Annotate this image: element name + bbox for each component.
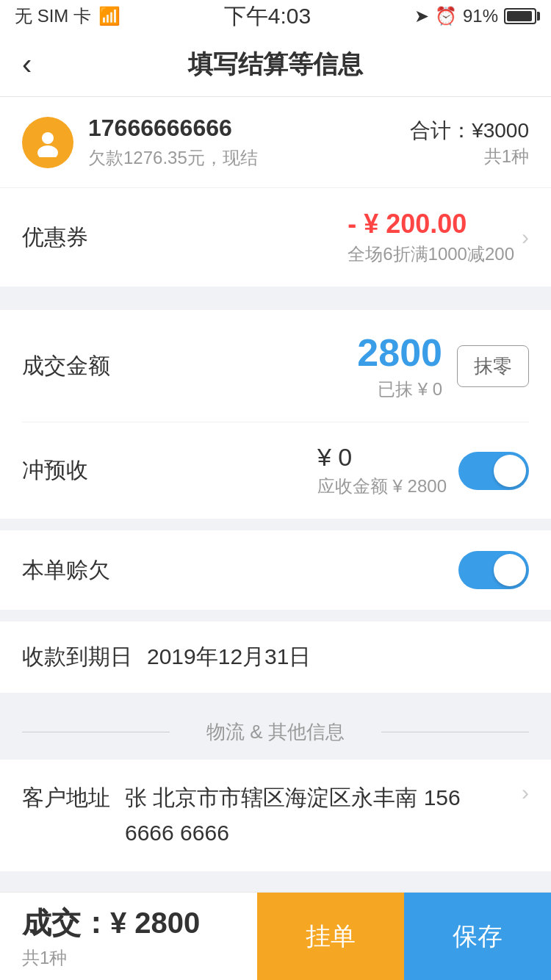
save-button[interactable]: 保存 <box>404 893 551 980</box>
total-count: 共1种 <box>410 145 529 168</box>
address-section[interactable]: 客户地址 张 北京市市辖区海淀区永丰南 156 6666 6666 › <box>0 760 551 871</box>
page-title: 填写结算等信息 <box>188 48 363 82</box>
customer-debt: 欠款1276.35元，现结 <box>88 146 258 170</box>
svg-point-1 <box>37 145 58 157</box>
total-label: 合计：¥3000 <box>410 117 529 145</box>
credit-toggle[interactable] <box>458 551 529 589</box>
divider-line-right <box>381 732 529 732</box>
address-chevron-icon: › <box>522 780 529 805</box>
prepayment-row: 冲预收 ¥ 0 应收金额 ¥ 2800 <box>22 422 529 519</box>
customer-left: 17666666666 欠款1276.35元，现结 <box>22 115 258 170</box>
amount-value: 2800 <box>357 331 442 375</box>
customer-phone: 17666666666 <box>88 115 258 142</box>
round-down-button[interactable]: 抹零 <box>457 345 529 387</box>
amount-row: 成交金额 2800 已抹 ¥ 0 抹零 <box>22 310 529 422</box>
customer-total: 合计：¥3000 共1种 <box>410 117 529 168</box>
bottom-bar: 成交：¥ 2800 共1种 挂单 保存 <box>0 892 551 980</box>
duedate-section: 收款到期日 2019年12月31日 <box>0 621 551 693</box>
bottom-summary-amount: ¥ 2800 <box>110 907 200 939</box>
customer-details: 17666666666 欠款1276.35元，现结 <box>88 115 258 170</box>
prepayment-right: ¥ 0 应收金额 ¥ 2800 <box>317 443 529 498</box>
bottom-summary-label: 成交： <box>22 907 110 939</box>
avatar <box>22 117 73 168</box>
logistics-divider: 物流 & 其他信息 <box>0 705 551 760</box>
hold-button[interactable]: 挂单 <box>257 893 404 980</box>
time-display: 下午4:03 <box>224 1 311 32</box>
status-right: ➤ ⏰ 91% <box>414 6 536 26</box>
toggle-thumb <box>494 455 526 487</box>
prepayment-amount: ¥ 0 <box>317 443 447 472</box>
duedate-label: 收款到期日 <box>22 642 132 672</box>
battery-icon <box>504 8 536 24</box>
bottom-count: 共1种 <box>22 946 235 970</box>
coupon-row[interactable]: 优惠券 - ¥ 200.00 全场6折满1000减200 › <box>0 188 551 287</box>
amount-sub-text: 已抹 ¥ 0 <box>357 378 442 401</box>
status-left: 无 SIM 卡 📶 <box>15 4 120 28</box>
prepayment-sub: 应收金额 ¥ 2800 <box>317 475 447 498</box>
logistics-divider-text: 物流 & 其他信息 <box>206 719 345 745</box>
total-amount-text: ¥3000 <box>472 119 529 142</box>
status-bar: 无 SIM 卡 📶 下午4:03 ➤ ⏰ 91% <box>0 0 551 32</box>
bottom-buttons: 挂单 保存 <box>257 893 551 980</box>
prepayment-toggle[interactable] <box>458 452 529 490</box>
content-area: 17666666666 欠款1276.35元，现结 合计：¥3000 共1种 优… <box>0 97 551 980</box>
coupon-discount: - ¥ 200.00 <box>347 209 514 239</box>
prepayment-label: 冲预收 <box>22 455 88 486</box>
bottom-total: 成交：¥ 2800 <box>22 903 235 943</box>
customer-info-card: 17666666666 欠款1276.35元，现结 合计：¥3000 共1种 <box>0 97 551 188</box>
credit-toggle-thumb <box>494 554 526 586</box>
bottom-summary: 成交：¥ 2800 共1种 <box>0 903 257 970</box>
svg-point-0 <box>42 132 54 144</box>
carrier-text: 无 SIM 卡 <box>15 4 91 28</box>
coupon-right: - ¥ 200.00 全场6折满1000减200 › <box>347 209 529 266</box>
nav-bar: ‹ 填写结算等信息 <box>0 32 551 97</box>
amount-right: 2800 已抹 ¥ 0 抹零 <box>357 331 529 401</box>
address-content: 张 北京市市辖区海淀区永丰南 156 6666 6666 <box>125 780 507 851</box>
battery-percent: 91% <box>463 6 498 26</box>
coupon-description: 全场6折满1000减200 <box>347 242 514 266</box>
back-button[interactable]: ‹ <box>22 48 66 81</box>
section-divider-1 <box>0 298 551 310</box>
coupon-label: 优惠券 <box>22 223 88 253</box>
total-label-text: 合计： <box>410 119 472 142</box>
amount-label: 成交金额 <box>22 351 110 381</box>
location-icon: ➤ <box>414 6 429 26</box>
coupon-chevron-icon: › <box>522 225 529 250</box>
amount-section: 成交金额 2800 已抹 ¥ 0 抹零 冲预收 ¥ 0 应收金额 ¥ 2800 <box>0 310 551 519</box>
address-label: 客户地址 <box>22 780 110 813</box>
credit-section: 本单赊欠 <box>0 530 551 610</box>
duedate-row: 收款到期日 2019年12月31日 <box>22 642 529 672</box>
wifi-icon: 📶 <box>98 6 120 26</box>
credit-label: 本单赊欠 <box>22 555 110 586</box>
duedate-value: 2019年12月31日 <box>147 642 311 672</box>
section-divider-2 <box>0 519 551 530</box>
divider-line-left <box>22 732 170 732</box>
alarm-icon: ⏰ <box>435 6 457 26</box>
